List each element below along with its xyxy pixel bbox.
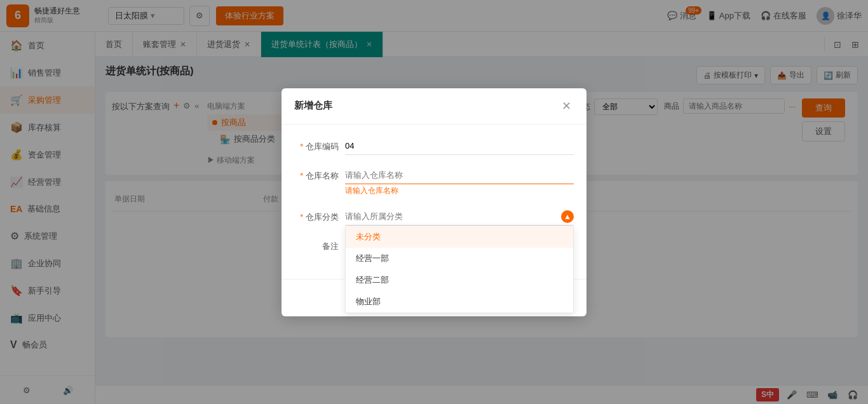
new-warehouse-modal: 新增仓库 ✕ * 仓库编码 * 仓库名称	[281, 88, 587, 316]
name-wrap: 请输入仓库名称	[345, 166, 574, 196]
dropdown-item-none[interactable]: 未分类	[346, 226, 573, 248]
category-wrap: ▲ 未分类 经营一部 经营二部 物业部	[345, 208, 574, 226]
modal-close-button[interactable]: ✕	[559, 98, 574, 114]
code-wrap	[345, 137, 574, 155]
form-row-name: * 仓库名称 请输入仓库名称	[294, 166, 574, 196]
code-label: * 仓库编码	[294, 137, 345, 152]
code-input[interactable]	[345, 137, 574, 155]
name-input[interactable]	[345, 166, 574, 184]
dropdown-item-dept1[interactable]: 经营一部	[346, 248, 573, 269]
modal-title: 新增仓库	[294, 100, 332, 112]
name-label: * 仓库名称	[294, 166, 345, 182]
dropdown-item-dept2[interactable]: 经营二部	[346, 269, 573, 291]
category-dropdown-list: 未分类 经营一部 经营二部 物业部	[345, 226, 574, 313]
name-error-msg: 请输入仓库名称	[345, 185, 574, 196]
category-label: * 仓库分类	[294, 208, 345, 223]
form-row-category: * 仓库分类 ▲ 未分类 经营一部 经营二部 物业部	[294, 208, 574, 226]
form-row-code: * 仓库编码	[294, 137, 574, 155]
category-dropdown: ▲ 未分类 经营一部 经营二部 物业部	[345, 208, 574, 226]
dropdown-item-property[interactable]: 物业部	[346, 291, 573, 313]
modal-overlay: 新增仓库 ✕ * 仓库编码 * 仓库名称	[0, 0, 868, 404]
dropdown-toggle-button[interactable]: ▲	[561, 210, 574, 223]
modal-header: 新增仓库 ✕	[281, 88, 587, 125]
note-label: 备注	[294, 237, 345, 252]
category-input[interactable]	[345, 208, 574, 226]
modal-body: * 仓库编码 * 仓库名称 请输入仓库名称	[281, 125, 587, 279]
